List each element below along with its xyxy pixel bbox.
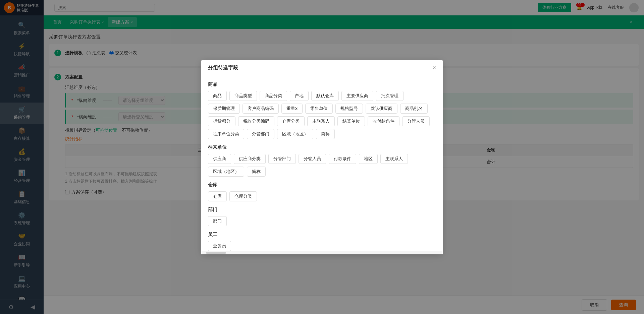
field-chip[interactable]: 仓库分类 [229,191,257,201]
field-chip[interactable]: 供应商 [208,154,231,164]
field-chip[interactable]: 税收分类编码 [238,116,274,126]
field-chip[interactable]: 仓库分类 [277,116,305,126]
field-chip[interactable]: 区域（地区） [277,129,313,139]
field-chip[interactable]: 区域（地区） [208,167,244,177]
field-chip[interactable]: 收付款条件 [368,116,399,126]
field-chip[interactable]: 保质期管理 [208,104,240,114]
field-chip[interactable]: 结算单位 [337,116,365,126]
field-chip[interactable]: 分管部门 [268,154,296,164]
modal-close-button[interactable]: × [432,65,436,71]
field-chip[interactable]: 商品分类 [260,91,287,101]
field-chip[interactable]: 付款条件 [329,154,356,164]
field-chip[interactable]: 默认供应商 [366,104,397,114]
field-chip[interactable]: 仓库 [208,191,227,201]
field-chip[interactable]: 地区 [359,154,378,164]
field-chip[interactable]: 分管人员 [402,116,430,126]
field-chip[interactable]: 简称 [247,167,266,177]
field-group-title-往来单位: 往来单位 [208,144,436,150]
field-chip[interactable]: 商品 [208,91,227,101]
field-chips-员工: 业务员 [208,241,436,251]
field-group-title-仓库: 仓库 [208,182,436,188]
field-chip[interactable]: 重量3 [281,104,303,114]
field-chips-仓库: 仓库仓库分类 [208,191,436,201]
field-group-title-员工: 员工 [208,232,436,238]
field-group-部门: 部门部门 [208,207,436,226]
field-chip[interactable]: 商品别名 [400,104,428,114]
field-chip[interactable]: 主要供应商 [341,91,373,101]
field-chip[interactable]: 批次管理 [376,91,404,101]
modal-overlay: 分组待选字段 × 商品商品商品类型商品分类产地默认仓库主要供应商批次管理保质期管… [0,0,644,314]
field-chip[interactable]: 主联系人 [380,154,408,164]
field-group-title-商品: 商品 [208,81,436,87]
field-chip[interactable]: 产地 [290,91,309,101]
field-chip[interactable]: 规格型号 [335,104,363,114]
modal-scrollbar-track [201,251,443,254]
modal-header: 分组待选字段 × [201,60,443,76]
field-chip[interactable]: 商品类型 [229,91,257,101]
field-chip[interactable]: 客户商品编码 [243,104,279,114]
modal-title: 分组待选字段 [208,65,238,71]
field-chip[interactable]: 拆货积分 [208,116,235,126]
field-group-仓库: 仓库仓库仓库分类 [208,182,436,201]
field-group-员工: 员工业务员 [208,232,436,251]
field-chips-部门: 部门 [208,216,436,226]
field-group-往来单位: 往来单位供应商供应商分类分管部门分管人员付款条件地区主联系人区域（地区）简称 [208,144,436,177]
field-group-商品: 商品商品商品类型商品分类产地默认仓库主要供应商批次管理保质期管理客户商品编码重量… [208,81,436,139]
field-chip[interactable]: 简称 [316,129,335,139]
field-chip[interactable]: 供应商分类 [234,154,266,164]
field-chip[interactable]: 部门 [208,216,227,226]
field-chip[interactable]: 主联系人 [307,116,335,126]
modal-scrollbar-thumb[interactable] [206,252,226,254]
modal: 分组待选字段 × 商品商品商品类型商品分类产地默认仓库主要供应商批次管理保质期管… [201,60,443,254]
field-chips-往来单位: 供应商供应商分类分管部门分管人员付款条件地区主联系人区域（地区）简称 [208,154,436,177]
field-chip[interactable]: 往来单位分类 [208,129,244,139]
field-group-title-部门: 部门 [208,207,436,213]
field-chips-商品: 商品商品类型商品分类产地默认仓库主要供应商批次管理保质期管理客户商品编码重量3零… [208,91,436,139]
field-chip[interactable]: 业务员 [208,241,231,251]
field-chip[interactable]: 分管部门 [247,129,274,139]
modal-body: 商品商品商品类型商品分类产地默认仓库主要供应商批次管理保质期管理客户商品编码重量… [201,76,443,251]
field-chip[interactable]: 零售单位 [305,104,333,114]
field-chip[interactable]: 默认仓库 [311,91,339,101]
field-chip[interactable]: 分管人员 [299,154,326,164]
